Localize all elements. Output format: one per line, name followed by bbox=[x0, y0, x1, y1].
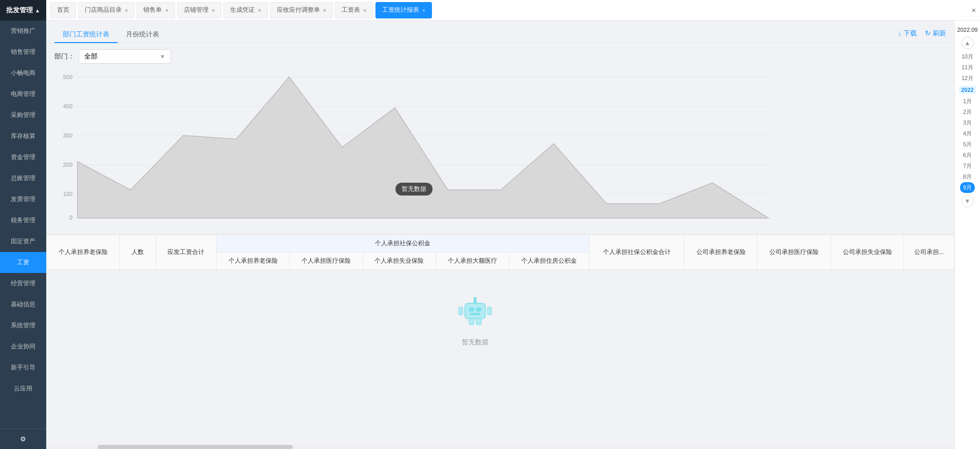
tab-sales[interactable]: 销售单 × bbox=[137, 2, 175, 18]
content-area: 部门工资统计表 月份统计表 ↓ 下载 ↻ 刷新 bbox=[46, 21, 980, 449]
refresh-button[interactable]: ↻ 刷新 bbox=[925, 29, 946, 38]
sidebar-item-operations[interactable]: 经营管理 bbox=[0, 273, 46, 294]
svg-text:500: 500 bbox=[63, 74, 72, 80]
chevron-down-icon: ▼ bbox=[160, 53, 165, 60]
dept-select[interactable]: 全部 ▼ bbox=[79, 49, 171, 64]
tab-payroll-stats[interactable]: 工资统计报表 × bbox=[375, 2, 432, 18]
tab-close-store-products[interactable]: × bbox=[125, 7, 128, 13]
sidebar-item-assets[interactable]: 固定资产 bbox=[0, 231, 46, 252]
timeline-month-7[interactable]: 7月 bbox=[960, 161, 975, 171]
timeline-month-6[interactable]: 6月 bbox=[960, 150, 975, 161]
dept-select-value: 全部 bbox=[84, 52, 98, 61]
tab-close-payroll[interactable]: × bbox=[363, 7, 366, 13]
tab-store-products[interactable]: 门店商品目录 × bbox=[78, 2, 135, 18]
tab-close-payroll-stats[interactable]: × bbox=[422, 7, 425, 13]
col-header-personal-medical: 个人承担医疗保险 bbox=[290, 252, 363, 270]
sub-tab-month[interactable]: 月份统计表 bbox=[118, 27, 167, 43]
svg-rect-21 bbox=[469, 319, 474, 325]
sidebar-item-basic[interactable]: 基础信息 bbox=[0, 294, 46, 315]
sidebar-item-system[interactable]: 系统管理 bbox=[0, 315, 46, 336]
main-panel: 部门工资统计表 月份统计表 ↓ 下载 ↻ 刷新 bbox=[46, 21, 954, 449]
tab-adjustment[interactable]: 应收应付调整单 × bbox=[270, 2, 333, 18]
main-content: 首页 门店商品目录 × 销售单 × 店铺管理 × 生成凭证 × 应收应付调整单 … bbox=[46, 0, 980, 449]
svg-rect-13 bbox=[465, 303, 485, 319]
settings-icon: ⚙ bbox=[20, 435, 26, 443]
sidebar-item-guide[interactable]: 新手引导 bbox=[0, 357, 46, 378]
svg-rect-20 bbox=[487, 307, 492, 315]
col-header-salary: 应发工资合计 bbox=[156, 235, 217, 270]
sub-tab-dept[interactable]: 部门工资统计表 bbox=[54, 27, 118, 43]
sidebar-item-purchase[interactable]: 采购管理 bbox=[0, 105, 46, 126]
settings-button[interactable]: ⚙ bbox=[0, 428, 46, 449]
timeline-month-4[interactable]: 4月 bbox=[960, 128, 975, 139]
chart-polygon bbox=[78, 77, 768, 218]
timeline-month-2[interactable]: 2月 bbox=[960, 107, 975, 118]
chart-area: 500 400 300 200 100 0 bbox=[46, 70, 954, 234]
sub-tabs: 部门工资统计表 月份统计表 ↓ 下载 ↻ 刷新 bbox=[46, 21, 954, 43]
col-header-personal-pension: 个人承担养老保险 bbox=[216, 252, 289, 270]
sidebar-item-ecommerce[interactable]: 电商管理 bbox=[0, 84, 46, 105]
sidebar-item-tax[interactable]: 税务管理 bbox=[0, 210, 46, 231]
sidebar-item-payroll[interactable]: 工资 bbox=[0, 252, 46, 273]
svg-rect-15 bbox=[476, 307, 481, 311]
svg-text:300: 300 bbox=[63, 132, 72, 139]
timeline-month-3[interactable]: 3月 bbox=[960, 118, 975, 128]
sidebar-header[interactable]: 批发管理 ▲ bbox=[0, 0, 46, 21]
col-header-company-more: 公司承担... bbox=[904, 235, 954, 270]
tab-payroll[interactable]: 工资表 × bbox=[335, 2, 373, 18]
tab-close-store-manage[interactable]: × bbox=[212, 7, 215, 13]
svg-rect-17 bbox=[474, 300, 477, 304]
col-header-personal-housing: 个人承担住房公积金 bbox=[509, 252, 590, 270]
tab-close-voucher[interactable]: × bbox=[258, 7, 261, 13]
sidebar-item-ledger[interactable]: 总账管理 bbox=[0, 168, 46, 189]
tab-store-manage[interactable]: 店铺管理 × bbox=[177, 2, 221, 18]
svg-point-18 bbox=[474, 297, 477, 300]
sidebar-item-cloud[interactable]: 云应用 bbox=[0, 378, 46, 399]
svg-text:200: 200 bbox=[63, 162, 72, 168]
svg-rect-19 bbox=[459, 307, 463, 315]
timeline-month-8[interactable]: 8月 bbox=[960, 171, 975, 182]
timeline-month-11[interactable]: 11月 bbox=[958, 62, 976, 73]
download-label: 下载 bbox=[903, 29, 917, 38]
tab-bar-actions: × bbox=[972, 6, 976, 14]
sidebar-item-invoice[interactable]: 发票管理 bbox=[0, 189, 46, 210]
timeline-month-12[interactable]: 12月 bbox=[958, 73, 976, 84]
tab-home[interactable]: 首页 bbox=[50, 2, 76, 18]
svg-text:400: 400 bbox=[63, 103, 72, 109]
close-all-icon[interactable]: × bbox=[972, 6, 976, 14]
sidebar-item-finance[interactable]: 资金管理 bbox=[0, 147, 46, 168]
empty-state: 暂无数据 bbox=[47, 270, 904, 367]
download-button[interactable]: ↓ 下载 bbox=[898, 29, 917, 38]
data-table: 个人承担养老保险 人数 应发工资合计 个人承担社保公积金 个人承担社保公积金合计… bbox=[46, 235, 954, 367]
empty-text: 暂无数据 bbox=[462, 338, 488, 347]
sidebar-arrow-icon: ▲ bbox=[35, 8, 40, 13]
sidebar-item-inventory[interactable]: 库存核算 bbox=[0, 126, 46, 147]
timeline-month-9[interactable]: 9月 bbox=[960, 182, 975, 193]
timeline-month-10[interactable]: 10月 bbox=[958, 51, 976, 62]
timeline-up-button[interactable]: ▲ bbox=[962, 37, 974, 49]
timeline-month-1[interactable]: 1月 bbox=[960, 96, 975, 107]
col-header-personal-extra-medical: 个人承担大额医疗 bbox=[436, 252, 509, 270]
timeline-year-2022[interactable]: 2022 bbox=[959, 86, 975, 94]
scrollbar-thumb[interactable] bbox=[98, 445, 293, 449]
timeline-month-5[interactable]: 5月 bbox=[960, 139, 975, 150]
horizontal-scrollbar[interactable] bbox=[46, 445, 954, 449]
sidebar-item-enterprise[interactable]: 企业协同 bbox=[0, 336, 46, 357]
svg-text:0: 0 bbox=[69, 214, 72, 221]
dept-label: 部门： bbox=[54, 52, 74, 61]
refresh-label: 刷新 bbox=[933, 29, 946, 38]
tab-close-sales[interactable]: × bbox=[165, 7, 168, 13]
col-header-count: 人数 bbox=[120, 235, 156, 270]
sidebar-item-xiaochang[interactable]: 小畅电商 bbox=[0, 63, 46, 84]
svg-rect-14 bbox=[469, 307, 474, 311]
sidebar-item-sales[interactable]: 销售管理 bbox=[0, 42, 46, 63]
timeline-panel: 2022.09 ▲ 10月 11月 12月 2022 1月 bbox=[954, 21, 980, 449]
sidebar-item-marketing[interactable]: 营销推广 bbox=[0, 21, 46, 42]
table-wrapper[interactable]: 个人承担养老保险 人数 应发工资合计 个人承担社保公积金 个人承担社保公积金合计… bbox=[46, 234, 954, 445]
col-header-company-medical: 公司承担医疗保险 bbox=[758, 235, 831, 270]
tab-close-adjustment[interactable]: × bbox=[323, 7, 326, 13]
timeline-down-button[interactable]: ▼ bbox=[962, 195, 974, 207]
tab-voucher[interactable]: 生成凭证 × bbox=[223, 2, 268, 18]
col-header-personal-social: 个人承担社保公积金 bbox=[216, 235, 589, 252]
tab-bar: 首页 门店商品目录 × 销售单 × 店铺管理 × 生成凭证 × 应收应付调整单 … bbox=[46, 0, 980, 21]
